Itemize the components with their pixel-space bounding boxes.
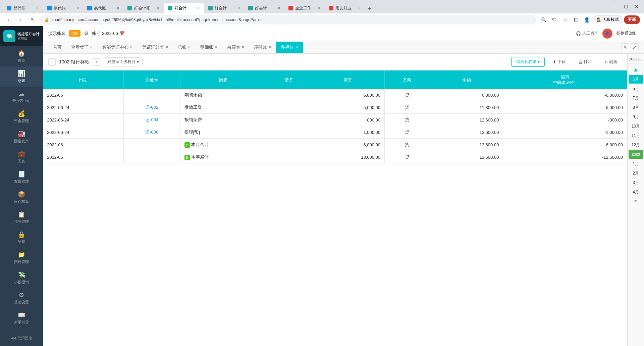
sidebar-item-settings[interactable]: ⚙ 基础设置 (0, 288, 43, 308)
trial-tag[interactable]: 试用 (69, 30, 80, 37)
update-button[interactable]: 更新 (624, 15, 640, 24)
next-account-button[interactable]: › (93, 58, 100, 66)
tab-close-8[interactable]: ✕ (318, 6, 321, 10)
tab-home[interactable]: 首页 (48, 42, 66, 53)
prev-account-button[interactable]: ‹ (48, 58, 56, 66)
user-circle-icon[interactable]: 👤 (582, 15, 591, 24)
voucher-link[interactable]: 记-002 (145, 105, 158, 110)
cell-voucher-no[interactable]: 记-004 (123, 114, 180, 126)
sidebar-item-invoice[interactable]: 🧾 发票管理 (0, 167, 43, 187)
extension-icon[interactable]: ⧠ (571, 15, 581, 24)
tab-close-4[interactable]: ✕ (157, 6, 160, 10)
tab-close-3[interactable]: ✕ (116, 6, 119, 10)
date-month-2023-4[interactable]: 4月 (629, 188, 643, 196)
date-month-10[interactable]: 10月 (629, 122, 643, 131)
tab-summary[interactable]: 凭证汇总表 ✕ (138, 42, 173, 53)
tab-general[interactable]: 总账 ✕ (173, 42, 196, 53)
tab-close-general[interactable]: ✕ (188, 45, 191, 49)
sidebar-item-close[interactable]: 🔒 结账 (0, 228, 43, 248)
date-month-2023-1[interactable]: 1月 (629, 159, 643, 168)
close-tab-button[interactable]: ✕ (621, 43, 629, 51)
browser-tab-9[interactable]: 用友好业 ✕ (325, 3, 365, 13)
sidebar-item-expense[interactable]: 💸 小畅报销 (0, 268, 43, 288)
tab-sequence[interactable]: 序时账 ✕ (249, 42, 276, 53)
tab-close-1[interactable]: ✕ (36, 6, 39, 10)
sidebar-item-archive[interactable]: 📁 归档管理 (0, 248, 43, 268)
special-columns-button[interactable]: 特殊多栏账 ▾ (511, 57, 545, 67)
browser-tab-8[interactable]: 企业工作 ✕ (284, 3, 325, 13)
browser-tab-1[interactable]: 易代账 ✕ (3, 3, 43, 13)
date-month-5[interactable]: 5月 (629, 84, 643, 93)
voucher-link[interactable]: 记-004 (145, 117, 158, 122)
sidebar-item-salary[interactable]: 💼 工资 (0, 147, 43, 167)
tab-smart[interactable]: 智能凭证中心 ✕ (98, 42, 138, 53)
voucher-link[interactable]: 记-006 (145, 130, 158, 135)
date-month-12[interactable]: 12月 (629, 141, 643, 149)
pin-button[interactable]: ◀◀ 取消固定 (0, 334, 43, 343)
url-bar[interactable]: 🔒 cloud2.chanjet.com/accounting/uh26t264… (40, 15, 536, 24)
tab-multi[interactable]: 多栏账 ✕ (276, 42, 303, 53)
sidebar-item-home[interactable]: 🏠 首页 (0, 46, 43, 66)
tab-close-summary[interactable]: ✕ (165, 45, 168, 49)
print-button[interactable]: 🖨 打印 (574, 57, 596, 66)
sidebar-item-tax[interactable]: 📋 税务管理 (0, 207, 43, 228)
filter-dropdown[interactable]: 只显示下级科目 ▾ (104, 57, 143, 66)
close-button[interactable]: ✕ (632, 2, 641, 11)
tab-balance[interactable]: 余额表 ✕ (222, 42, 249, 53)
tab-close-5[interactable]: ✕ (197, 6, 200, 10)
settings-gear-icon[interactable]: ⚙ (84, 30, 89, 37)
cell-voucher-no[interactable]: 记-002 (123, 101, 180, 114)
tab-close-voucher[interactable]: ✕ (90, 45, 93, 49)
expand-tab-button[interactable]: ⤢ (631, 43, 639, 51)
cell-voucher-no (123, 139, 180, 151)
tab-close-6[interactable]: ✕ (237, 6, 240, 10)
browser-tab-2[interactable]: 易代账 ✕ (43, 3, 83, 13)
tab-close-multi[interactable]: ✕ (295, 45, 298, 49)
tab-close-2[interactable]: ✕ (76, 6, 79, 10)
sidebar-item-asset[interactable]: 🏭 固定资产 (0, 127, 43, 147)
date-month-11[interactable]: 11月 (629, 131, 643, 140)
refresh-button[interactable]: ↻ (28, 15, 38, 24)
date-month-2023-2[interactable]: 2月 (629, 169, 643, 178)
calendar-icon[interactable]: 📅 (119, 31, 125, 36)
date-month-9[interactable]: 9月 (629, 112, 643, 121)
date-month-2023-3[interactable]: 3月 (629, 178, 643, 187)
minimize-button[interactable]: ─ (610, 2, 620, 11)
restore-button[interactable]: ☐ (621, 2, 631, 11)
sidebar-item-inventory[interactable]: 📦 库存核算 (0, 187, 43, 207)
download-button[interactable]: ⬇ 下载 (548, 57, 570, 66)
new-tab-button[interactable]: + (365, 4, 374, 13)
browser-tab-6[interactable]: 好会计 ✕ (204, 3, 244, 13)
tab-detail[interactable]: 明细账 ✕ (196, 42, 222, 53)
browser-tab-4[interactable]: 好会计账 ✕ (123, 3, 164, 13)
browser-tab-5[interactable]: 好会计 ✕ (164, 3, 204, 13)
sidebar-item-guide[interactable]: 📖 新手引导 (0, 308, 43, 328)
sidebar-item-ledger[interactable]: 📊 总账 (0, 66, 43, 87)
tab-close-smart[interactable]: ✕ (130, 45, 133, 49)
star-icon[interactable]: ☆ (560, 15, 570, 24)
wuhen-mode-button[interactable]: 🕵 无痕模式 (593, 15, 623, 24)
sidebar-item-report[interactable]: ☁ 云报表中心 (0, 87, 43, 107)
date-month-6[interactable]: 6月 (629, 75, 643, 84)
tab-close-balance[interactable]: ✕ (241, 45, 245, 49)
browser-tab-7[interactable]: 好会计 ✕ (244, 3, 284, 13)
tab-close-9[interactable]: ✕ (358, 6, 361, 10)
date-scroll-down-button[interactable]: ▼ (634, 198, 638, 203)
date-month-8[interactable]: 8月 (629, 103, 643, 112)
tab-close-7[interactable]: ✕ (277, 6, 280, 10)
forward-button[interactable]: › (16, 15, 25, 24)
date-scroll-up-button[interactable]: ▲ (633, 66, 639, 73)
search-icon[interactable]: 🔍 (539, 15, 548, 24)
sidebar-item-fund[interactable]: 💰 资金管理 (0, 107, 43, 127)
browser-tab-3[interactable]: 易代账 ✕ (83, 3, 123, 13)
tab-close-sequence[interactable]: ✕ (268, 45, 271, 49)
back-button[interactable]: ‹ (4, 15, 13, 24)
date-month-7[interactable]: 7月 (629, 94, 643, 102)
user-avatar[interactable]: 👤 (602, 29, 612, 39)
refresh-button-ledger[interactable]: ↻ 刷新 (600, 57, 622, 66)
consult-button[interactable]: 🎧 人工咨询 (576, 31, 598, 36)
shield-icon[interactable]: 🛡 (550, 15, 559, 24)
cell-voucher-no[interactable]: 记-006 (123, 126, 180, 139)
tab-close-detail[interactable]: ✕ (215, 45, 218, 49)
tab-voucher[interactable]: 查看凭证 ✕ (66, 42, 98, 53)
